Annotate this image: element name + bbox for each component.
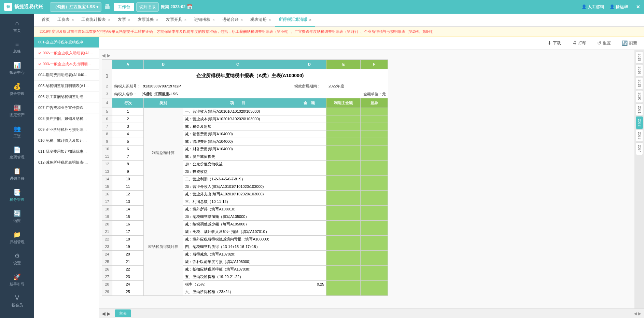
table-row[interactable]: 51利润总额计算一、营业收入(填写A101010\101020\103000) [102, 108, 388, 115]
hangci-cell[interactable]: 11 [112, 183, 144, 190]
chay-cell[interactable] [361, 198, 388, 205]
hangci-cell[interactable]: 4 [112, 130, 144, 138]
nav-right-icon[interactable]: ▶ [107, 311, 111, 316]
quane-cell[interactable] [292, 258, 326, 265]
xiangmu-cell[interactable]: 加：公允价值变动收益 [183, 160, 292, 168]
hangci-cell[interactable]: 22 [112, 265, 144, 273]
workspace-button[interactable]: 工作台 [114, 3, 134, 11]
hangci-cell[interactable]: 2 [112, 115, 144, 123]
quane-cell[interactable] [292, 198, 326, 205]
sidebar-item-funds[interactable]: 💰 资金管理 [0, 79, 34, 100]
chay-cell[interactable] [361, 273, 388, 280]
left-panel-item-012[interactable]: 012-减免所得税优惠明细表(... [34, 157, 99, 168]
lirun-cell[interactable] [326, 280, 361, 288]
lirun-cell[interactable] [326, 235, 361, 243]
bottom-tab-main[interactable]: 主表 [115, 309, 131, 317]
xiangmu-cell[interactable]: 减：所得减免（填写A107020） [183, 250, 292, 258]
hangci-cell[interactable]: 24 [112, 280, 144, 288]
chay-cell[interactable] [361, 145, 388, 153]
quane-cell[interactable] [292, 175, 326, 183]
hangci-cell[interactable]: 3 [112, 123, 144, 130]
quane-cell[interactable] [292, 108, 326, 115]
tab-sales-ledger[interactable]: 进销台账 × [219, 14, 246, 27]
chay-cell[interactable] [361, 280, 388, 288]
year-item-2023[interactable]: 2023 [636, 129, 643, 142]
lirun-cell[interactable] [326, 138, 361, 145]
sidebar-item-closing[interactable]: 🔄 结账 [0, 206, 34, 227]
scroll-left-icon[interactable]: ◀ [634, 311, 637, 316]
xiangmu-cell[interactable]: 四、纳税调整后所得（13-14+15-16-17+18） [183, 243, 292, 250]
chay-cell[interactable] [361, 265, 388, 273]
lirun-cell[interactable] [326, 153, 361, 160]
tab-tax-clear[interactable]: 税表清册 × [247, 14, 274, 27]
chay-cell[interactable] [361, 130, 388, 138]
chay-cell[interactable] [361, 258, 388, 265]
xiangmu-cell[interactable]: 减：境外所得（填写A108010） [183, 205, 292, 213]
chay-cell[interactable] [361, 108, 388, 115]
quane-cell[interactable] [292, 123, 326, 130]
tab-close-icon[interactable]: × [72, 18, 74, 22]
print-button[interactable]: 🖨 打印 [569, 39, 589, 47]
tab-close-icon[interactable]: × [156, 18, 158, 22]
company-selector[interactable]: （勾删）江西服宝-LSS ▾ [50, 2, 101, 12]
chay-cell[interactable] [361, 190, 388, 198]
hangci-cell[interactable]: 1 [112, 108, 144, 115]
hangci-cell[interactable]: 8 [112, 160, 144, 168]
left-panel-item-007[interactable]: 007-广告费和业务宣传费跌... [34, 102, 99, 113]
quane-cell[interactable] [292, 160, 326, 168]
xiangmu-cell[interactable]: 减：营业成本(填写A102010\102020\103000) [183, 115, 292, 123]
tab-income-tax[interactable]: 所得税汇算清缴 × [275, 14, 315, 27]
quane-cell[interactable] [292, 168, 326, 175]
xiangmu-cell[interactable]: 二、营业利润（1-2-3-4-5-6-7-8+9） [183, 175, 292, 183]
left-panel-item-009[interactable]: 009-企业所得税补亏损明细... [34, 124, 99, 135]
lirun-cell[interactable] [326, 228, 361, 235]
sidebar-item-settings[interactable]: ⚙ 设置 [0, 249, 34, 269]
hangci-cell[interactable]: 7 [112, 153, 144, 160]
xiangmu-cell[interactable]: 加：营业外收入(填写A101010\101020\103000) [183, 183, 292, 190]
left-panel-item-006[interactable]: 006-职工薪酬纳税调整明细... [34, 92, 99, 102]
lirun-cell[interactable] [326, 213, 361, 220]
xiangmu-cell[interactable]: 减：境外应税所得税抵减境内亏报（填写A108000） [183, 235, 292, 243]
hangci-cell[interactable]: 13 [112, 198, 144, 205]
quane-cell[interactable] [292, 205, 326, 213]
xiangmu-cell[interactable]: 减：税金及附加 [183, 123, 292, 130]
lirun-cell[interactable] [326, 175, 361, 183]
lirun-cell[interactable] [326, 258, 361, 265]
quane-cell[interactable] [292, 228, 326, 235]
sidebar-item-salary[interactable]: 👥 工资 [0, 122, 34, 142]
hangci-cell[interactable]: 9 [112, 168, 144, 175]
tab-invoice[interactable]: 发票 × [114, 14, 134, 27]
tab-close-icon[interactable]: × [309, 18, 311, 22]
chay-cell[interactable] [361, 138, 388, 145]
chay-cell[interactable] [361, 288, 388, 295]
left-panel-item-011[interactable]: 011-研发费用加计扣除优惠... [34, 146, 99, 157]
lirun-cell[interactable] [326, 130, 361, 138]
hangci-cell[interactable]: 20 [112, 250, 144, 258]
hangci-cell[interactable]: 18 [112, 235, 144, 243]
quane-cell[interactable] [292, 130, 326, 138]
lirun-cell[interactable] [326, 265, 361, 273]
lirun-cell[interactable] [326, 160, 361, 168]
tab-close-icon[interactable]: × [212, 18, 214, 22]
scroll-right-icon[interactable]: ▶ [638, 311, 641, 316]
left-panel-item-008[interactable]: 008-资产折旧、摊销及纳税... [34, 113, 99, 124]
sidebar-item-tax[interactable]: 📑 税务管理 [0, 185, 34, 206]
xiangmu-cell[interactable]: 五、应纳税所得额（19-20-21-22） [183, 273, 292, 280]
hangci-cell[interactable]: 23 [112, 273, 144, 280]
hangci-cell[interactable]: 15 [112, 213, 144, 220]
hangci-cell[interactable]: 19 [112, 243, 144, 250]
left-panel-item-001[interactable]: 001-企业所得税年度纳税申... [34, 37, 99, 48]
xiangmu-cell[interactable]: 减：纳税调整减少额（填写A105000） [183, 220, 292, 228]
quane-cell[interactable] [292, 115, 326, 123]
xiangmu-cell[interactable]: 一、营业收入(填写A101010\101020\103000) [183, 108, 292, 115]
print-icon[interactable]: 🖶 [104, 3, 110, 11]
xiangmu-cell[interactable]: 加：纳税调整增加额（填写A105000） [183, 213, 292, 220]
tab-salary-stats[interactable]: 工资统计报表 × [78, 14, 113, 27]
reset-button[interactable]: ↺ 重置 [594, 39, 614, 47]
chay-cell[interactable] [361, 205, 388, 213]
tab-home[interactable]: 首页 [38, 14, 53, 27]
sidebar-item-sales-ledger[interactable]: 📋 进销台账 [0, 164, 34, 184]
tab-close-icon[interactable]: × [128, 18, 130, 22]
quane-cell[interactable] [292, 138, 326, 145]
xiangmu-cell[interactable]: 六、应纳所得税额（23×24） [183, 288, 292, 295]
